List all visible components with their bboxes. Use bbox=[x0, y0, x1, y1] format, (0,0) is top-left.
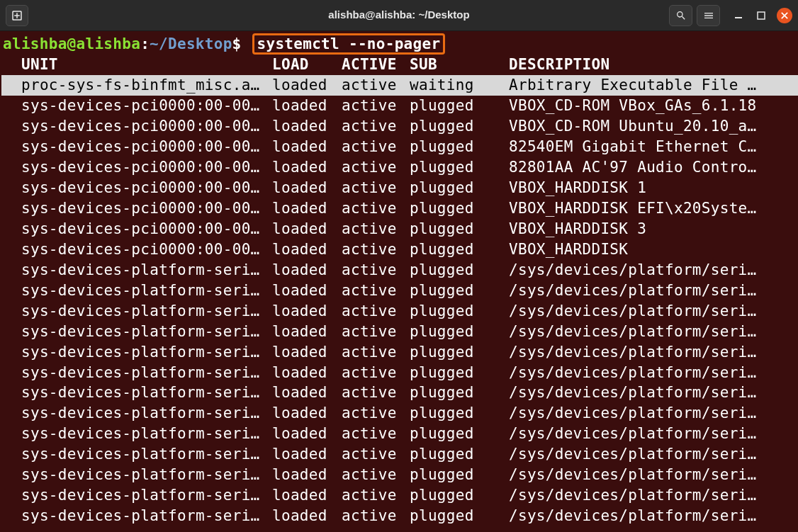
cell-description: /sys/devices/platform/seri… bbox=[509, 260, 798, 281]
window-titlebar: alishba@alishba: ~/Desktop bbox=[0, 0, 798, 31]
maximize-button[interactable] bbox=[754, 9, 768, 23]
cell-active: active bbox=[342, 403, 410, 424]
svg-rect-1 bbox=[758, 12, 765, 19]
output-row: sys-devices-pci0000:00-00…loadedactivepl… bbox=[1, 157, 798, 178]
cell-sub: plugged bbox=[410, 260, 509, 281]
cell-unit: sys-devices-platform-seri… bbox=[6, 403, 272, 424]
cell-load: loaded bbox=[272, 485, 342, 506]
cell-description: VBOX_CD-ROM VBox_GAs_6.1.18 bbox=[509, 96, 798, 116]
cell-description: /sys/devices/platform/seri… bbox=[509, 281, 798, 301]
cell-active: active bbox=[342, 198, 410, 219]
cell-active: active bbox=[342, 219, 410, 239]
cell-load: loaded bbox=[272, 96, 342, 116]
cell-description: /sys/devices/platform/seri… bbox=[509, 444, 798, 465]
prompt-colon: : bbox=[140, 35, 150, 52]
cell-active: active bbox=[342, 424, 410, 444]
cell-sub: plugged bbox=[410, 403, 509, 424]
cell-sub: plugged bbox=[410, 116, 509, 137]
cell-description: VBOX_HARDDISK bbox=[509, 239, 798, 260]
search-button[interactable] bbox=[669, 5, 692, 26]
output-row: sys-devices-pci0000:00-00…loadedactivepl… bbox=[1, 96, 798, 116]
search-icon bbox=[675, 10, 687, 21]
cell-load: loaded bbox=[272, 198, 342, 219]
close-icon bbox=[781, 12, 788, 19]
output-row: sys-devices-pci0000:00-00…loadedactivepl… bbox=[1, 198, 798, 219]
cell-sub: plugged bbox=[410, 322, 509, 342]
cell-unit: sys-devices-platform-seri… bbox=[6, 322, 272, 342]
new-tab-icon bbox=[11, 9, 23, 22]
cell-load: loaded bbox=[272, 137, 342, 157]
header-sub: SUB bbox=[410, 55, 509, 75]
cell-sub: plugged bbox=[410, 219, 509, 239]
cell-description: /sys/devices/platform/seri… bbox=[509, 363, 798, 383]
cell-load: loaded bbox=[272, 260, 342, 281]
cell-active: active bbox=[342, 260, 410, 281]
cell-sub: waiting bbox=[410, 75, 509, 96]
cell-unit: sys-devices-pci0000:00-00… bbox=[6, 239, 272, 260]
cell-sub: plugged bbox=[410, 363, 509, 383]
new-tab-button[interactable] bbox=[6, 5, 28, 26]
cell-unit: sys-devices-platform-seri… bbox=[6, 424, 272, 444]
cell-unit: sys-devices-platform-seri… bbox=[6, 383, 272, 403]
cell-load: loaded bbox=[272, 383, 342, 403]
output-row: sys-devices-pci0000:00-00…loadedactivepl… bbox=[1, 137, 798, 157]
cell-unit: sys-devices-pci0000:00-00… bbox=[6, 116, 272, 137]
minimize-button[interactable] bbox=[731, 9, 746, 23]
cell-sub: plugged bbox=[410, 342, 509, 363]
output-row: proc-sys-fs-binfmt_misc.a…loadedactivewa… bbox=[1, 75, 798, 96]
cell-active: active bbox=[342, 363, 410, 383]
output-row: sys-devices-platform-seri…loadedactivepl… bbox=[1, 301, 798, 322]
cell-active: active bbox=[342, 322, 410, 342]
svg-rect-0 bbox=[735, 17, 742, 18]
output-rows: proc-sys-fs-binfmt_misc.a…loadedactivewa… bbox=[1, 75, 798, 526]
prompt-user-host: alishba@alishba bbox=[3, 35, 140, 52]
cell-active: active bbox=[342, 301, 410, 322]
cell-load: loaded bbox=[272, 281, 342, 301]
cell-active: active bbox=[342, 178, 410, 198]
output-header: UNITLOADACTIVESUBDESCRIPTION bbox=[1, 55, 798, 75]
cell-active: active bbox=[342, 342, 410, 363]
cell-unit: sys-devices-pci0000:00-00… bbox=[6, 157, 272, 178]
cell-load: loaded bbox=[272, 403, 342, 424]
titlebar-right bbox=[669, 5, 792, 26]
cell-sub: plugged bbox=[410, 424, 509, 444]
cell-description: /sys/devices/platform/seri… bbox=[509, 403, 798, 424]
cell-sub: plugged bbox=[410, 239, 509, 260]
cell-sub: plugged bbox=[410, 96, 509, 116]
output-row: sys-devices-pci0000:00-00…loadedactivepl… bbox=[1, 116, 798, 137]
cell-sub: plugged bbox=[410, 178, 509, 198]
cell-description: 82801AA AC'97 Audio Contro… bbox=[509, 157, 798, 178]
menu-button[interactable] bbox=[697, 5, 720, 26]
cell-description: /sys/devices/platform/seri… bbox=[509, 383, 798, 403]
command-highlight: systemctl --no-pager bbox=[252, 33, 446, 55]
cell-description: /sys/devices/platform/seri… bbox=[509, 485, 798, 506]
cell-unit: sys-devices-pci0000:00-00… bbox=[6, 178, 272, 198]
cell-load: loaded bbox=[272, 363, 342, 383]
output-row: sys-devices-platform-seri…loadedactivepl… bbox=[1, 403, 798, 424]
cell-sub: plugged bbox=[410, 281, 509, 301]
cell-active: active bbox=[342, 157, 410, 178]
output-row: sys-devices-platform-seri…loadedactivepl… bbox=[1, 342, 798, 363]
cell-description: Arbitrary Executable File … bbox=[509, 75, 798, 96]
hamburger-icon bbox=[703, 10, 714, 21]
output-row: sys-devices-platform-seri…loadedactivepl… bbox=[1, 506, 798, 526]
cell-description: VBOX_HARDDISK 1 bbox=[509, 178, 798, 198]
cell-sub: plugged bbox=[410, 301, 509, 322]
cell-load: loaded bbox=[272, 75, 342, 96]
terminal-body[interactable]: alishba@alishba:~/Desktop$ systemctl --n… bbox=[0, 31, 798, 526]
cell-description: /sys/devices/platform/seri… bbox=[509, 322, 798, 342]
cell-description: /sys/devices/platform/seri… bbox=[509, 301, 798, 322]
output-row: sys-devices-platform-seri…loadedactivepl… bbox=[1, 363, 798, 383]
cell-sub: plugged bbox=[410, 506, 509, 526]
close-button[interactable] bbox=[777, 8, 792, 23]
cell-sub: plugged bbox=[410, 157, 509, 178]
cell-description: 82540EM Gigabit Ethernet C… bbox=[509, 137, 798, 157]
cell-load: loaded bbox=[272, 342, 342, 363]
cell-description: /sys/devices/platform/seri… bbox=[509, 465, 798, 485]
cell-description: VBOX_CD-ROM Ubuntu_20.10_a… bbox=[509, 116, 798, 137]
cell-active: active bbox=[342, 383, 410, 403]
minimize-icon bbox=[734, 11, 743, 20]
prompt-dollar: $ bbox=[232, 35, 242, 52]
cell-sub: plugged bbox=[410, 137, 509, 157]
cell-unit: sys-devices-platform-seri… bbox=[6, 342, 272, 363]
